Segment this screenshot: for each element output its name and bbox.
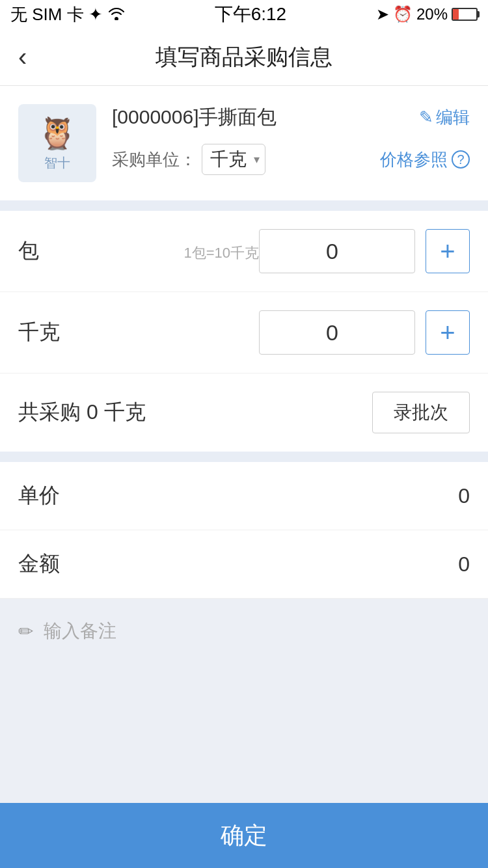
price-ref-help-icon: ? [452,150,470,169]
unit-value: 千克 [210,147,247,172]
unit-price-label: 单价 [18,481,60,510]
battery-pct: 20% [416,5,448,23]
unit-row: 采购单位： 千克 价格参照 ? [112,144,470,175]
product-name-row: [0000006]手撕面包 ✎ 编辑 [112,104,470,131]
amount-label: 金额 [18,550,60,578]
section-divider-1 [0,200,488,211]
price-ref[interactable]: 价格参照 ? [380,148,470,171]
bottom-area [0,664,488,826]
product-logo: 🦉 [38,115,77,152]
status-right: ➤ ⏰ 20% [376,5,478,23]
section-divider-2 [0,452,488,462]
unit-select-wrapper[interactable]: 千克 [202,144,265,175]
bao-label-area: 包 1包=10千克 [18,237,259,265]
status-left: 无 SIM 卡 ✦ [10,3,125,26]
bao-input-row: 包 1包=10千克 + [0,211,488,292]
notes-section[interactable]: ✏ 输入备注 [0,599,488,664]
product-card: 🦉 智十 [0000006]手撕面包 ✎ 编辑 采购单位： 千克 价格 [0,86,488,200]
record-batch-button[interactable]: 录批次 [372,392,470,433]
product-image: 🦉 智十 [18,104,96,182]
product-info: [0000006]手撕面包 ✎ 编辑 采购单位： 千克 价格参照 ? [112,104,470,175]
wifi-icon [108,5,125,25]
status-bar: 无 SIM 卡 ✦ 下午6:12 ➤ ⏰ 20% [0,0,488,29]
kg-label: 千克 [18,318,259,347]
kg-plus-button[interactable]: + [426,310,470,355]
amount-row: 金额 0 [0,530,488,599]
location-icon: ➤ [376,5,389,23]
status-time: 下午6:12 [215,2,287,27]
price-section: 单价 0 金额 0 [0,462,488,599]
bao-plus-button[interactable]: + [426,229,470,273]
edit-label: 编辑 [436,106,470,129]
unit-price-value: 0 [458,484,470,508]
bao-input[interactable] [259,229,415,273]
edit-icon: ✎ [419,107,433,128]
page-title: 填写商品采购信息 [156,42,332,72]
unit-label: 采购单位： [112,148,197,171]
edit-link[interactable]: ✎ 编辑 [419,106,470,129]
price-ref-label: 价格参照 [380,148,448,171]
sim-label: 无 SIM 卡 ✦ [10,3,103,26]
back-button[interactable]: ‹ [18,42,27,72]
amount-value: 0 [458,552,470,576]
pencil-icon: ✏ [18,621,33,642]
kg-input-row: 千克 + [0,292,488,373]
bao-label: 包 [18,237,178,265]
product-logo-text: 智十 [44,154,70,172]
product-name: [0000006]手撕面包 [112,104,277,131]
unit-select-area: 采购单位： 千克 [112,144,265,175]
summary-text: 共采购 0 千克 [18,398,146,427]
unit-price-row: 单价 0 [0,462,488,530]
kg-input[interactable] [259,310,415,355]
summary-row: 共采购 0 千克 录批次 [0,373,488,452]
confirm-button[interactable]: 确定 [0,803,488,868]
notes-placeholder: 输入备注 [44,619,116,644]
bao-sub: 1包=10千克 [183,243,259,263]
nav-bar: ‹ 填写商品采购信息 [0,29,488,86]
alarm-icon: ⏰ [393,5,413,23]
input-section: 包 1包=10千克 + 千克 + 共采购 0 千克 录批次 [0,211,488,452]
battery-indicator [452,8,478,21]
